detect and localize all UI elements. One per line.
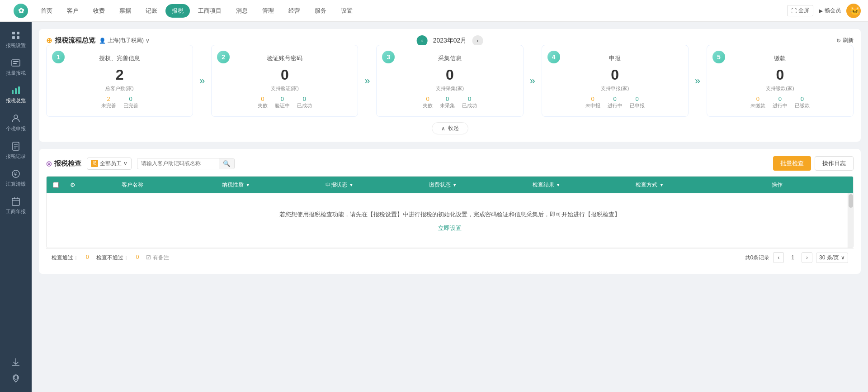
table-footer: 检查通过： 0 检查不通过： 0 ☑ 有备注 共0条记录 ‹ 1 › 30 条/… — [46, 248, 854, 267]
step-stat-label-2-0: 失败 — [258, 102, 268, 109]
sidebar-item-individual-tax[interactable]: 个税申报 — [0, 109, 32, 136]
step-stat-3-1: 0 未采集 — [440, 96, 455, 109]
nav-bookkeeping[interactable]: 记账 — [139, 4, 164, 18]
filter-icon-1[interactable]: ▼ — [245, 182, 250, 187]
refresh-button[interactable]: ↻ 刷新 — [836, 37, 854, 44]
svg-text:¥: ¥ — [14, 172, 17, 177]
sidebar-item-tax-record[interactable]: 报税记录 — [0, 136, 32, 164]
step-stat-label-3-1: 未采集 — [440, 102, 455, 109]
next-month-button[interactable]: › — [472, 35, 483, 46]
sidebar-item-batch-tax[interactable]: 批量报税 — [0, 53, 32, 81]
operation-log-button[interactable]: 操作日志 — [815, 156, 854, 171]
step-arrow-4: » — [689, 75, 707, 87]
content: ⊕ 报税流程总览 👤 上海(电子税局) ∨ ‹ 2023年02月 › ↻ 刷新 — [32, 22, 868, 392]
nav-settings[interactable]: 设置 — [335, 4, 359, 18]
collapse-label: 收起 — [448, 124, 459, 132]
search-button[interactable]: 🔍 — [219, 158, 234, 169]
collapse-icon: ∧ — [441, 125, 445, 132]
nav-service[interactable]: 服务 — [308, 4, 333, 18]
individual-tax-icon — [10, 113, 21, 124]
step-stat-2-1: 0 验证中 — [275, 96, 290, 109]
step-title-3: 采集信息 — [384, 53, 515, 62]
step-stat-label-1-1: 已完善 — [123, 102, 138, 109]
filter-icon-5[interactable]: ▼ — [659, 182, 664, 187]
step-stat-label-4-2: 已申报 — [630, 102, 645, 109]
step-stat-num-2-0: 0 — [258, 96, 268, 102]
step-num-4: 4 — [547, 51, 560, 63]
header-gear[interactable]: ⚙ — [65, 177, 81, 193]
nav-management[interactable]: 管理 — [256, 4, 280, 18]
fail-value[interactable]: 0 — [136, 254, 139, 262]
member-button[interactable]: ▶ 畅会员 — [819, 7, 841, 14]
nav-home[interactable]: 首页 — [34, 4, 59, 18]
th-check-method: 检查方式 ▼ — [598, 177, 702, 193]
prev-page-button[interactable]: ‹ — [773, 252, 784, 263]
step-stat-label-5-0: 未缴款 — [750, 102, 765, 109]
sidebar-bottom — [9, 356, 22, 385]
sidebar-label-tax-overview: 报税总览 — [6, 98, 26, 104]
sidebar-item-settlement[interactable]: ¥ 汇算清缴 — [0, 164, 32, 191]
batch-check-button[interactable]: 批量检查 — [773, 156, 811, 171]
select-all-checkbox[interactable] — [53, 182, 59, 188]
search-input[interactable] — [137, 158, 219, 168]
per-page-selector[interactable]: 30 条/页 ∨ — [816, 253, 848, 263]
collapse-bar: ∧ 收起 — [46, 122, 854, 134]
nav-customer[interactable]: 客户 — [61, 4, 85, 18]
nav-tax[interactable]: 报税 — [165, 4, 190, 18]
header-checkbox[interactable] — [47, 177, 65, 192]
nav-items: 首页 客户 收费 票据 记账 报税 工商项目 消息 管理 经营 服务 设置 — [34, 4, 787, 18]
sidebar-label-tax-record: 报税记录 — [6, 153, 26, 159]
employee-label: 全部员工 — [100, 160, 122, 167]
setup-link[interactable]: 立即设置 — [279, 224, 620, 232]
check-circle-icon: ◎ — [46, 160, 52, 167]
sidebar-item-tax-overview[interactable]: 报税总览 — [0, 81, 32, 108]
th-declaration-status: 申报状态 ▼ — [288, 177, 392, 193]
step-stat-label-4-0: 未申报 — [585, 102, 600, 109]
nav-operations[interactable]: 经营 — [282, 4, 307, 18]
table-container: ⚙ 客户名称 纳税性质 ▼ 申报状态 ▼ 缴费状态 ▼ 检 — [46, 176, 854, 248]
nav-fees[interactable]: 收费 — [87, 4, 111, 18]
nav-business[interactable]: 工商项目 — [192, 4, 228, 18]
step-stat-label-2-2: 已成功 — [297, 102, 312, 109]
step-card-4: 4 申报 0 支持申报(家) 0 未申报 0 进行中 — [542, 45, 689, 117]
nav-invoices[interactable]: 票据 — [113, 4, 137, 18]
fullscreen-label: 全屏 — [798, 7, 809, 14]
nav-messages[interactable]: 消息 — [230, 4, 254, 18]
overview-panel: ⊕ 报税流程总览 👤 上海(电子税局) ∨ ‹ 2023年02月 › ↻ 刷新 — [39, 29, 861, 142]
empty-message-text: 若您想使用报税检查功能，请先在【报税设置】中进行报税的初始化设置，完成密码验证和… — [279, 209, 620, 220]
scrollbar-thumb[interactable] — [849, 194, 853, 208]
step-card-5: 5 缴款 0 支持缴款(家) 0 未缴款 0 进行中 — [707, 45, 854, 117]
location-person-icon: 👤 — [99, 38, 106, 44]
employee-selector[interactable]: 员 全部员工 ∨ — [87, 158, 132, 170]
scrollbar[interactable] — [848, 193, 853, 248]
sidebar-label-settlement: 汇算清缴 — [6, 181, 26, 187]
step-big-num-3: 0 — [384, 66, 515, 83]
sidebar-item-tax-settings[interactable]: 报税设置 — [0, 25, 32, 53]
step-stat-4-0: 0 未申报 — [585, 96, 600, 109]
step-stat-5-0: 0 未缴款 — [750, 96, 765, 109]
fullscreen-button[interactable]: ⛶ 全屏 — [787, 5, 813, 16]
sidebar: 报税设置 批量报税 报税总览 — [0, 22, 32, 392]
table-body: 若您想使用报税检查功能，请先在【报税设置】中进行报税的初始化设置，完成密码验证和… — [47, 193, 853, 248]
step-big-num-2: 0 — [219, 66, 350, 83]
check-panel: ◎ 报税检查 员 全部员工 ∨ 🔍 批量检查 操作日志 — [39, 149, 861, 274]
filter-icon-2[interactable]: ▼ — [349, 182, 354, 187]
filter-icon-3[interactable]: ▼ — [453, 182, 457, 187]
location-selector[interactable]: 👤 上海(电子税局) ∨ — [99, 37, 150, 44]
step-stat-num-1-1: 0 — [123, 96, 138, 102]
next-page-button[interactable]: › — [802, 252, 812, 263]
th-operations: 操作 — [702, 177, 853, 193]
svg-rect-4 — [12, 36, 15, 39]
refresh-label: 刷新 — [843, 37, 854, 44]
prev-month-button[interactable]: ‹ — [417, 35, 428, 46]
total-records: 共0条记录 — [745, 254, 770, 262]
collapse-button[interactable]: ∧ 收起 — [432, 122, 468, 134]
download-icon[interactable] — [9, 356, 22, 368]
sidebar-item-annual-report[interactable]: 工商年报 — [0, 191, 32, 219]
nav-right: ⛶ 全屏 ▶ 畅会员 🐱 — [787, 4, 861, 18]
filter-icon-4[interactable]: ▼ — [556, 182, 561, 187]
settlement-icon: ¥ — [10, 168, 21, 179]
pass-value[interactable]: 0 — [86, 254, 89, 262]
location-icon[interactable] — [9, 372, 22, 385]
step-stat-2-0: 0 失败 — [258, 96, 268, 109]
